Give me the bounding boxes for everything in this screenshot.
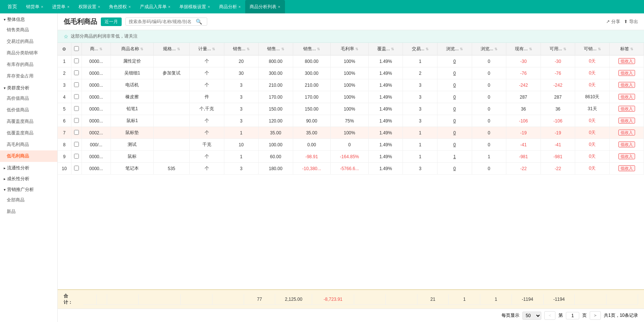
sidebar-item-traded-goods[interactable]: 交易过的商品 [0, 36, 57, 47]
cell-views1[interactable]: 1 [438, 151, 472, 163]
alert-icon: ☆ [64, 34, 68, 39]
cell-views1[interactable]: 0 [438, 79, 472, 91]
cell-no: 5 [58, 103, 71, 115]
col-sellable-days[interactable]: 可销... ⇅ [575, 43, 610, 55]
col-views1[interactable]: 浏览... ⇅ [438, 43, 472, 55]
col-code[interactable]: 商... ⇅ [81, 43, 111, 55]
nav-templates[interactable]: 单据模板设置 × [175, 0, 214, 13]
row-checkbox[interactable] [74, 154, 79, 159]
sidebar-item-low-coverage[interactable]: 低覆盖度商品 [0, 127, 57, 139]
nav-sales[interactable]: 销货单 × [22, 0, 48, 13]
select-all-checkbox[interactable] [74, 46, 79, 51]
nav-purchase-close[interactable]: × [67, 4, 69, 9]
col-checkbox[interactable] [71, 43, 81, 55]
nav-analysis[interactable]: 商品分析 × [215, 0, 245, 13]
row-checkbox[interactable] [74, 58, 79, 63]
sidebar-group-marketing[interactable]: ▾ 营销推广分析 [0, 184, 57, 194]
cell-views1[interactable]: 0 [438, 103, 472, 115]
col-gross-margin[interactable]: 毛利率 ⇅ [330, 43, 368, 55]
row-checkbox[interactable] [74, 70, 79, 75]
nav-roles-close[interactable]: × [128, 4, 131, 9]
col-unit[interactable]: 计量... ⇅ [189, 43, 224, 55]
sidebar-item-capital[interactable]: 库存资金占用 [0, 70, 57, 82]
cell-checkbox[interactable] [71, 139, 81, 151]
sidebar-group-overall[interactable]: ▾ 整体信息 [0, 13, 57, 24]
chevron-down-icon-2: ▾ [4, 86, 6, 90]
cell-checkbox[interactable] [71, 103, 81, 115]
nav-sales-close[interactable]: × [41, 4, 43, 9]
nav-purchase[interactable]: 进货单 × [48, 0, 74, 13]
cell-checkbox[interactable] [71, 163, 81, 175]
cell-views1[interactable]: 0 [438, 139, 472, 151]
row-checkbox[interactable] [74, 130, 79, 135]
footer-views2: 1 [480, 294, 512, 305]
cell-checkbox[interactable] [71, 55, 81, 67]
cell-views1[interactable]: 0 [438, 55, 472, 67]
nav-analysis-list-close[interactable]: × [278, 4, 280, 9]
col-stock-available[interactable]: 可用... ⇅ [541, 43, 575, 55]
col-sales-price[interactable]: 销售... ⇅ [259, 43, 293, 55]
col-coverage[interactable]: 覆盖... ⇅ [368, 43, 403, 55]
sidebar-item-new-goods[interactable]: 新品 [0, 206, 57, 217]
cell-checkbox[interactable] [71, 115, 81, 127]
nav-roles[interactable]: 角色授权 × [105, 0, 135, 13]
row-checkbox[interactable] [74, 142, 79, 147]
row-checkbox[interactable] [74, 166, 79, 170]
col-spec[interactable]: 规格... ⇅ [154, 43, 190, 55]
page-input[interactable] [566, 312, 579, 319]
col-sales-amount[interactable]: 销售... ⇅ [293, 43, 330, 55]
share-button[interactable]: ↗ 分享 [606, 19, 620, 25]
nav-templates-close[interactable]: × [208, 4, 210, 9]
sidebar-item-high-coverage[interactable]: 高覆盖度商品 [0, 116, 57, 127]
nav-analysis-close[interactable]: × [238, 4, 241, 9]
cell-views1[interactable]: 0 [438, 67, 472, 79]
next-page-button[interactable]: ＞ [590, 311, 601, 320]
col-settings[interactable]: ⚙ [58, 43, 71, 55]
nav-analysis-list[interactable]: 商品分析列表 × [245, 0, 285, 13]
nav-permissions[interactable]: 权限设置 × [74, 0, 105, 13]
row-checkbox[interactable] [74, 94, 79, 99]
sidebar-group-cluster[interactable]: ▾ 类群度分析 [0, 82, 57, 93]
nav-products-close[interactable]: × [168, 4, 170, 9]
col-views2[interactable]: 浏览... ⇅ [472, 43, 506, 55]
cell-checkbox[interactable] [71, 91, 81, 103]
nav-products[interactable]: 产成品入库单 × [135, 0, 175, 13]
sidebar-group-growth[interactable]: ▸ 成长性分析 [0, 173, 57, 184]
cell-checkbox[interactable] [71, 79, 81, 91]
cell-checkbox[interactable] [71, 127, 81, 139]
cell-checkbox[interactable] [71, 151, 81, 163]
col-name[interactable]: 商品名称 ⇅ [111, 43, 154, 55]
col-trade[interactable]: 交易... ⇅ [403, 43, 438, 55]
row-checkbox[interactable] [74, 82, 79, 87]
cell-code: 0000... [81, 163, 111, 175]
sidebar-item-high-value[interactable]: 高价值商品 [0, 93, 57, 104]
cell-views1[interactable]: 0 [438, 115, 472, 127]
nav-permissions-close[interactable]: × [98, 4, 100, 9]
cell-spec: 535 [154, 163, 190, 175]
col-sales-qty[interactable]: 销售... ⇅ [224, 43, 259, 55]
search-input[interactable] [129, 19, 196, 24]
row-checkbox[interactable] [74, 118, 79, 123]
sidebar-group-liquidity[interactable]: ▸ 流通性分析 [0, 162, 57, 173]
sidebar-item-high-margin[interactable]: 高毛利商品 [0, 139, 57, 150]
cell-views1[interactable]: 0 [438, 127, 472, 139]
cell-views1[interactable]: 0 [438, 163, 472, 175]
sidebar-item-low-margin[interactable]: 低毛利商品 [0, 150, 57, 162]
sidebar-item-in-stock[interactable]: 有库存的商品 [0, 59, 57, 70]
cell-checkbox[interactable] [71, 67, 81, 79]
export-button[interactable]: ⬆ 导出 [624, 19, 638, 25]
row-checkbox[interactable] [74, 106, 79, 111]
sidebar-item-category-rate[interactable]: 商品分类助销率 [0, 47, 57, 59]
nav-home[interactable]: 首页 [3, 0, 22, 13]
sidebar-item-low-value[interactable]: 低价值商品 [0, 104, 57, 116]
date-filter-button[interactable]: 近一月 [101, 17, 122, 26]
sidebar-item-sales-goods[interactable]: 销售类商品 [0, 24, 57, 36]
per-page-select[interactable]: 50 20 100 [522, 312, 541, 320]
search-icon[interactable]: 🔍 [196, 19, 202, 25]
sidebar-item-all-goods[interactable]: 全部商品 [0, 194, 57, 206]
cell-views1[interactable]: 0 [438, 91, 472, 103]
prev-page-button[interactable]: ＜ [544, 311, 555, 320]
col-stock-current[interactable]: 现有... ⇅ [506, 43, 541, 55]
col-tag[interactable]: 标签 ⇅ [609, 43, 644, 55]
search-box[interactable]: 🔍 [125, 17, 207, 26]
